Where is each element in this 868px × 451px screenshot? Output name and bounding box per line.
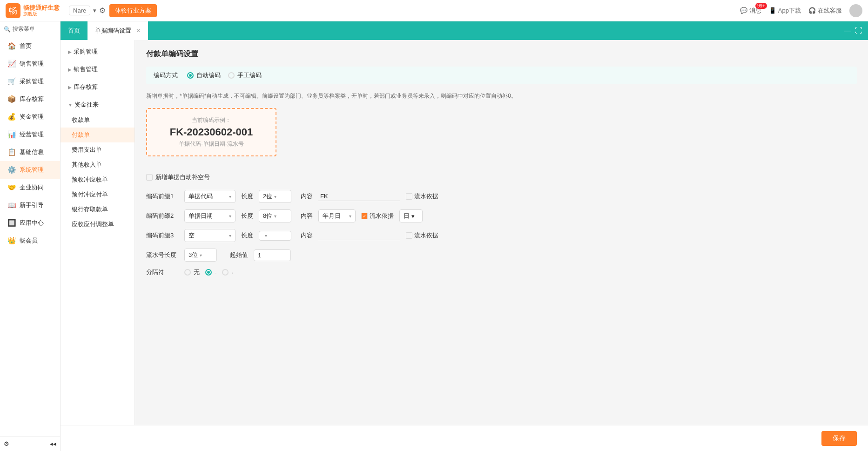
sub-menu-item-receipt[interactable]: 收款单 xyxy=(61,113,135,128)
chevron-right-icon-inv: ▶ xyxy=(68,85,72,90)
separator-dot2[interactable]: · xyxy=(222,269,233,276)
tab-home[interactable]: 首页 xyxy=(61,21,87,40)
field2-checkbox-label[interactable]: ✓ 流水依据 xyxy=(361,212,394,220)
radio-manual[interactable]: 手工编码 xyxy=(228,71,262,80)
message-item[interactable]: 💬 消息 99+ xyxy=(740,7,761,15)
field3-label: 编码前缀3 xyxy=(146,231,179,240)
tab-maximize-icon[interactable]: ⛶ xyxy=(855,27,862,35)
main-panel: 付款单编码设置 编码方式 自动编码 手工编码 xyxy=(135,40,868,425)
sub-menu-header-sales[interactable]: ▶ 销售管理 xyxy=(61,61,135,77)
member-icon: 👑 xyxy=(7,236,16,245)
sidebar-item-basic[interactable]: 📋 基础信息 xyxy=(0,143,60,161)
sub-menu-item-pre-payment[interactable]: 预付冲应付单 xyxy=(61,187,135,202)
field3-content-label: 内容 xyxy=(301,231,313,240)
save-button[interactable]: 保存 xyxy=(821,431,857,446)
field2-day-arrow: ▾ xyxy=(411,213,415,220)
home-icon: 🏠 xyxy=(7,42,16,50)
sub-menu-item-expense[interactable]: 费用支出单 xyxy=(61,142,135,157)
sub-menu-label-inventory: 库存核算 xyxy=(74,83,98,91)
sidebar-search[interactable]: 🔍 搜索菜单 xyxy=(0,21,60,37)
sub-menu-header-capital[interactable]: ▼ 资金往来 xyxy=(61,97,135,113)
field2-length-value: 8位 xyxy=(263,212,272,220)
message-badge: 99+ xyxy=(755,3,767,9)
bottom-bar: 保存 xyxy=(61,425,868,451)
field3-arrow: ▾ xyxy=(229,233,231,238)
sidebar-label-management: 经营管理 xyxy=(20,130,44,139)
field2-length-label: 长度 xyxy=(241,212,253,220)
sidebar-item-guide[interactable]: 📖 新手引导 xyxy=(0,196,60,214)
sidebar-label-guide: 新手引导 xyxy=(20,201,44,209)
sidebar-item-appcenter[interactable]: 🔲 应用中心 xyxy=(0,214,60,232)
field1-select[interactable]: 单据代码 ▾ xyxy=(184,190,236,203)
serial-length-select[interactable]: 3位 ▾ xyxy=(184,249,217,262)
sub-menu-item-payment[interactable]: 付款单 xyxy=(61,128,135,142)
logo-main: 畅捷通好生意 xyxy=(23,4,60,12)
field1-label: 编码前缀1 xyxy=(146,192,179,201)
radio-auto[interactable]: 自动编码 xyxy=(187,71,221,80)
field3-select-value: 空 xyxy=(188,231,195,240)
sidebar-item-sales[interactable]: 📈 销售管理 xyxy=(0,55,60,73)
field3-select[interactable]: 空 ▾ xyxy=(184,229,236,242)
online-service-label: 在线客服 xyxy=(818,7,842,15)
field2-checkbox-text: 流水依据 xyxy=(370,212,394,220)
sidebar-item-purchase[interactable]: 🛒 采购管理 xyxy=(0,73,60,90)
chevron-down-icon-cap: ▼ xyxy=(68,102,73,108)
field3-checkbox-label[interactable]: 流水依据 xyxy=(406,231,438,240)
start-value-input[interactable] xyxy=(254,249,291,261)
field2-content-value: 年月日 xyxy=(323,212,341,220)
headset-icon: 🎧 xyxy=(808,7,816,14)
finance-icon: 💰 xyxy=(7,113,16,121)
field1-checkbox xyxy=(406,193,412,200)
company-name[interactable]: Nare xyxy=(69,6,90,15)
content-area: 首页 单据编码设置 ✕ — ⛶ ▶ 采购管理 xyxy=(61,21,868,451)
online-service-item[interactable]: 🎧 在线客服 xyxy=(808,7,842,15)
sub-menu-item-adjustment[interactable]: 应收应付调整单 xyxy=(61,217,135,232)
field2-content-arrow: ▾ xyxy=(349,214,351,219)
sidebar-label-member: 畅会员 xyxy=(20,236,38,245)
field1-checkbox-label[interactable]: 流水依据 xyxy=(406,192,438,201)
field3-length-select[interactable]: ▾ xyxy=(259,231,291,241)
sub-menu-item-bank[interactable]: 银行存取款单 xyxy=(61,202,135,217)
sidebar-item-home[interactable]: 🏠 首页 xyxy=(0,37,60,55)
logo-sub: 旗舰版 xyxy=(23,11,60,17)
tab-home-label: 首页 xyxy=(68,27,80,35)
sub-menu-item-other-income[interactable]: 其他收入单 xyxy=(61,157,135,172)
field2-length-select[interactable]: 8位 ▾ xyxy=(259,209,291,222)
tab-encoding-settings[interactable]: 单据编码设置 ✕ xyxy=(87,21,148,40)
sidebar-item-system[interactable]: ⚙️ 系统管理 xyxy=(0,161,60,179)
company-dropdown-arrow[interactable]: ▾ xyxy=(93,7,96,14)
separator-dot1[interactable]: - xyxy=(205,269,216,276)
tab-minimize-icon[interactable]: — xyxy=(844,27,851,35)
sidebar-item-management[interactable]: 📊 经营管理 xyxy=(0,126,60,143)
sidebar-item-member[interactable]: 👑 畅会员 xyxy=(0,232,60,249)
field1-length-select[interactable]: 2位 ▾ xyxy=(259,190,291,203)
field3-content-input[interactable] xyxy=(318,231,400,240)
trial-button[interactable]: 体验行业方案 xyxy=(109,4,157,17)
field2-day-select[interactable]: 日 ▾ xyxy=(399,209,423,222)
sidebar-item-inventory[interactable]: 📦 库存核算 xyxy=(0,90,60,108)
sub-menu-header-inventory[interactable]: ▶ 库存核算 xyxy=(61,79,135,95)
sub-menu-header-purchase[interactable]: ▶ 采购管理 xyxy=(61,44,135,60)
sidebar-item-enterprise[interactable]: 🤝 企业协同 xyxy=(0,179,60,196)
top-bar-right: 💬 消息 99+ 📱 App下载 🎧 在线客服 xyxy=(740,4,862,17)
field2-content-select[interactable]: 年月日 ▾ xyxy=(318,209,356,222)
field1-content-input[interactable] xyxy=(318,192,400,201)
sub-menu-group-purchase: ▶ 采购管理 xyxy=(61,44,135,60)
field2-select[interactable]: 单据日期 ▾ xyxy=(184,209,236,222)
sidebar-collapse-icon[interactable]: ◂◂ xyxy=(50,440,56,447)
chevron-right-icon: ▶ xyxy=(68,49,72,54)
auto-fill-checkbox[interactable] xyxy=(146,174,153,181)
search-icon: 🔍 xyxy=(4,26,11,33)
separator-dot2-label: · xyxy=(231,269,233,276)
separator-none[interactable]: 无 xyxy=(184,268,200,276)
app-download-item[interactable]: 📱 App下载 xyxy=(769,7,801,15)
user-avatar[interactable] xyxy=(849,4,862,17)
tab-close-icon[interactable]: ✕ xyxy=(136,27,141,34)
settings-icon[interactable]: ⚙ xyxy=(99,6,106,15)
sidebar-item-finance[interactable]: 💰 资金管理 xyxy=(0,108,60,126)
settings-gear-icon[interactable]: ⚙ xyxy=(4,440,9,447)
sub-menu-item-pre-receipt[interactable]: 预收冲应收单 xyxy=(61,172,135,187)
sidebar-label-finance: 资金管理 xyxy=(20,113,44,121)
sidebar-label-home: 首页 xyxy=(20,42,32,50)
start-value-label: 起始值 xyxy=(230,251,248,259)
